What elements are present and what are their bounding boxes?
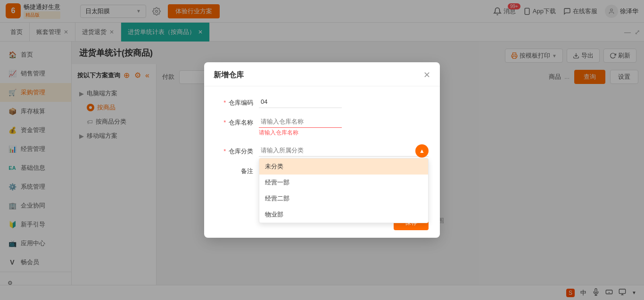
- warehouse-name-input[interactable]: [259, 116, 342, 128]
- add-warehouse-dialog: 新增仓库 ✕ * 仓库编码 * 仓库名称: [204, 62, 440, 238]
- dialog-header: 新增仓库 ✕: [204, 62, 440, 86]
- notes-label: 备注: [215, 164, 253, 175]
- code-label: * 仓库编码: [215, 96, 253, 107]
- dropdown-option-unclassified[interactable]: 未分类: [259, 158, 428, 175]
- dialog-body: * 仓库编码 * 仓库名称 请输入仓库名称: [204, 86, 440, 209]
- dialog-close-icon[interactable]: ✕: [423, 70, 430, 80]
- dropdown-option-property[interactable]: 物业部: [259, 207, 428, 223]
- warehouse-code-input[interactable]: [259, 96, 342, 108]
- category-toggle-icon[interactable]: ▲: [415, 144, 429, 158]
- warehouse-category-row: * 仓库分类 ▲ 未分类 经营一部 经营二部 物业部: [215, 144, 429, 157]
- warehouse-name-row: * 仓库名称 请输入仓库名称: [215, 116, 429, 137]
- dialog-title: 新增仓库: [214, 70, 244, 80]
- name-label: * 仓库名称: [215, 116, 253, 127]
- modal-overlay[interactable]: 新增仓库 ✕ * 仓库编码 * 仓库名称: [0, 0, 644, 300]
- category-dropdown: 未分类 经营一部 经营二部 物业部: [259, 158, 429, 223]
- category-input[interactable]: [259, 144, 429, 156]
- name-input-box: 请输入仓库名称: [259, 116, 429, 137]
- code-input-box: [259, 96, 429, 108]
- dropdown-option-ops1[interactable]: 经营一部: [259, 175, 428, 191]
- category-combo: ▲ 未分类 经营一部 经营二部 物业部: [259, 144, 429, 157]
- name-error-hint: 请输入仓库名称: [259, 129, 429, 137]
- dropdown-option-ops2[interactable]: 经营二部: [259, 191, 428, 207]
- warehouse-code-row: * 仓库编码: [215, 96, 429, 108]
- category-label: * 仓库分类: [215, 144, 253, 156]
